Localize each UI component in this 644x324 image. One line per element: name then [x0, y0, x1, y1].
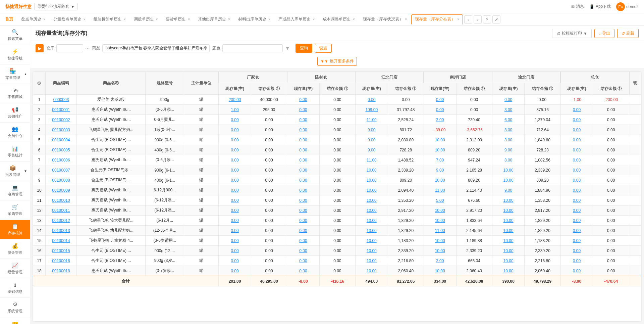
- tab-next-btn[interactable]: ›: [474, 15, 482, 24]
- table-row: 1500100014飞鹤星飞帆 儿童奶粉 4...(3-6岁适用...罐0.00…: [33, 236, 641, 246]
- app-download-btn[interactable]: 📱 App下载: [589, 4, 611, 9]
- sidebar-item-basics[interactable]: ℹ 基础信息: [0, 278, 30, 298]
- search-bar: ▶ 仓库 ··· 商品 颜色 ▼ 查询 设置 ▼▼ 展开更多条件: [30, 41, 644, 69]
- footer-chen-amt: -416.16: [319, 276, 355, 286]
- purchase-icon: 🛒: [12, 204, 18, 210]
- sidebar-item-wholesale[interactable]: 📦 批发管理 ▼: [0, 161, 30, 181]
- sidebar-item-inventory[interactable]: 📋 库存核算: [0, 220, 30, 239]
- sidebar-item-retail-stats[interactable]: 📊 零售统计: [0, 142, 30, 161]
- footer-total-amt: -470.64: [593, 276, 629, 286]
- wholesale-icon: 📦: [9, 165, 16, 171]
- sidebar-item-ecommerce[interactable]: 💻 电商管理: [0, 181, 30, 200]
- tab-close-btn[interactable]: ×: [483, 15, 491, 24]
- tab-zuzhuang[interactable]: 组装拆卸单历史 ×: [90, 14, 129, 25]
- sidebar-item-finance[interactable]: 💰 资金管理: [0, 239, 30, 259]
- page-title: 现存量查询(库存分布): [36, 30, 88, 37]
- table-row: 1300100012飞鹤星飞帆 较大婴儿配...(6-12月...罐0.000.…: [33, 216, 641, 226]
- tab-pandian[interactable]: 盘点单历史 ×: [17, 14, 49, 25]
- query-btn[interactable]: 查询: [296, 44, 312, 53]
- th-chen-group: 陈村仓: [287, 72, 356, 83]
- orange-arrow-btn[interactable]: ▶: [36, 44, 44, 52]
- color-input[interactable]: [222, 44, 283, 52]
- th-jiangbei-group: 江北门店: [355, 72, 424, 83]
- retail-manage-icon: 🏪: [9, 68, 16, 74]
- tab-chuku[interactable]: 其他出库单历史 ×: [194, 14, 234, 25]
- page-header: 现存量查询(库存分布) 🖨 按模板打印 ▼ ↓ 导出 ↺ 刷新: [30, 26, 644, 41]
- collab-icon: 🤝: [12, 321, 18, 324]
- footer-row: 合计 201.00 40,295.00 -8.00 -416.16 494.00…: [33, 276, 641, 286]
- tab-chengbentiaozh[interactable]: 成本调整单历史 ×: [319, 14, 359, 25]
- operation-icon: 📈: [12, 262, 18, 269]
- th-yubei-qty: 现存量(主): [492, 83, 525, 95]
- th-spec: 规格型号: [146, 72, 184, 95]
- tabbar: 首页 盘点单历史 × 分量盘点单历史 × 组装拆卸单历史 × 调拨单历史 × 要…: [0, 13, 644, 26]
- th-total-qty: 现存量(主): [560, 83, 593, 95]
- footer-total-qty: -3.00: [560, 276, 593, 286]
- inventory-table: ⚙ 商品编码 商品名称 规格型号 主计量单位 厂家仓 陈村仓 江北门店 南岸门店…: [33, 72, 641, 286]
- table-row: 900100008合生元 (BIOSTIME) ...400g (6-1...罐…: [33, 175, 641, 185]
- topbar: 畅捷通好生意 母婴行业演示陈套 ▼ ✉ 消息 📱 App下载 Ea demo2: [0, 0, 644, 13]
- table-row: 1400100013飞鹤星飞帆 幼儿配方奶...(12-36个月...罐0.00…: [33, 226, 641, 236]
- th-settings[interactable]: ⚙: [33, 72, 46, 95]
- basics-icon: ℹ: [14, 282, 16, 288]
- tab-prev-btn[interactable]: ‹: [464, 15, 472, 24]
- sidebar-item-collab[interactable]: 🤝 企业协同: [0, 317, 30, 324]
- marketing-icon: 📢: [12, 106, 18, 113]
- tab-yaohuo[interactable]: 要货单历史 ×: [162, 14, 194, 25]
- export-btn[interactable]: ↓ 导出: [594, 29, 614, 38]
- warehouse-input[interactable]: [56, 44, 83, 52]
- search-icon: 🔍: [12, 29, 18, 35]
- sidebar: 🔍 搜索英单 ⚡ 快捷导航 🏪 零售管理 ▲ 🛍 零售商城 📢 营销推广 👥 会…: [0, 26, 30, 324]
- footer-jiangbei-amt: 81,272.06: [388, 276, 424, 286]
- table-row: 300100002惠氏启赋 (Wyeth illu...0-6月婴儿...罐0.…: [33, 115, 641, 125]
- table-row: 1000100009惠氏启赋 (Wyeth illu...6-12月900...…: [33, 185, 641, 195]
- th-yubei-amt: 结存金额 ①: [525, 83, 560, 95]
- print-btn[interactable]: 🖨 按模板打印 ▼: [552, 29, 592, 38]
- footer-nanan-amt: 42,620.08: [456, 276, 492, 286]
- sidebar-item-members[interactable]: 👥 会员中心: [0, 123, 30, 142]
- th-chen-amt: 结存金额 ①: [319, 83, 355, 95]
- sidebar-item-retail-mall[interactable]: 🛍 零售商城: [0, 84, 30, 103]
- footer-yubei-amt: 49,798.29: [525, 276, 560, 286]
- sidebar-item-operation[interactable]: 📈 经营管理: [0, 259, 30, 278]
- sidebar-item-marketing[interactable]: 📢 营销推广: [0, 103, 30, 123]
- tab-kucun-dist[interactable]: 现存量（库存分布表） ×: [411, 14, 463, 25]
- sidebar-item-system[interactable]: ⚙ 系统管理: [0, 298, 30, 317]
- topbar-right: ✉ 消息 📱 App下载 Ea demo2: [571, 2, 639, 11]
- warehouse-field: 仓库 ···: [46, 44, 90, 52]
- main-layout: 🔍 搜索英单 ⚡ 快捷导航 🏪 零售管理 ▲ 🛍 零售商城 📢 营销推广 👥 会…: [0, 26, 644, 324]
- export-icon: ↓: [599, 31, 601, 36]
- tab-cailiaochu[interactable]: 材料出库单历史 ×: [234, 14, 274, 25]
- footer-nanan-qty: 334.00: [424, 276, 456, 286]
- color-dropdown-arrow[interactable]: ▼: [285, 45, 290, 51]
- th-jiangbei-amt: 结存金额 ①: [388, 83, 424, 95]
- warehouse-ellipsis[interactable]: ···: [85, 45, 90, 51]
- table-row: 1800100018惠氏启赋 (Wyeth illu...(3-7岁添...罐0…: [33, 266, 641, 276]
- sidebar-item-quicknav[interactable]: ⚡ 快捷导航: [0, 45, 30, 64]
- tab-kucun-status[interactable]: 现存量（库存状况表） ×: [359, 14, 411, 25]
- tab-chancheng[interactable]: 产成品入库单历史 ×: [275, 14, 318, 25]
- refresh-btn[interactable]: ↺ 刷新: [617, 29, 639, 38]
- sidebar-item-search[interactable]: 🔍 搜索英单: [0, 26, 30, 45]
- product-input[interactable]: [102, 44, 210, 52]
- chevron-up-icon: ▲: [24, 72, 27, 76]
- th-jiangbei-qty: 现存量(主): [355, 83, 388, 95]
- settings-btn[interactable]: 设置: [315, 44, 332, 53]
- th-code: 商品编码: [45, 72, 76, 95]
- th-factory-amt: 结存金额 ①: [251, 83, 287, 95]
- printer-icon: 🖨: [556, 31, 560, 36]
- mall-icon: 🛍: [12, 87, 18, 93]
- content-area: 现存量查询(库存分布) 🖨 按模板打印 ▼ ↓ 导出 ↺ 刷新: [30, 26, 644, 324]
- company-selector[interactable]: 母婴行业演示陈套 ▼: [34, 3, 78, 10]
- tab-home[interactable]: 首页: [1, 14, 17, 25]
- message-btn[interactable]: ✉ 消息: [571, 4, 584, 9]
- footer-jiangbei-qty: 494.00: [355, 276, 388, 286]
- th-total-group: 总仓: [560, 72, 629, 83]
- user-profile[interactable]: Ea demo2: [616, 2, 639, 11]
- sidebar-item-purchase[interactable]: 🛒 采购管理: [0, 200, 30, 220]
- tab-fullscreen-btn[interactable]: ⤢: [492, 15, 500, 24]
- sidebar-item-retail-manage[interactable]: 🏪 零售管理 ▲: [0, 64, 30, 84]
- tab-diaopai[interactable]: 调拨单历史 ×: [130, 14, 162, 25]
- tab-fenpandian[interactable]: 分量盘点单历史 ×: [50, 14, 89, 25]
- expand-conditions-btn[interactable]: ▼▼ 展开更多条件: [317, 57, 357, 66]
